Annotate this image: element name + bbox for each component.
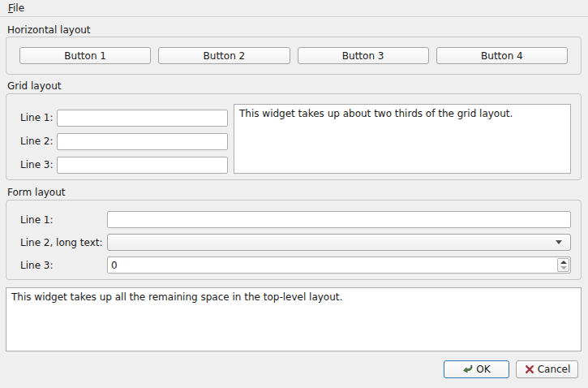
menu-file[interactable]: File — [2, 1, 31, 15]
menu-file-label: ile — [13, 2, 24, 14]
bottom-textedit[interactable]: This widget takes up all the remaining s… — [6, 287, 582, 351]
group-title-horizontal-layout: Horizontal layout — [7, 24, 91, 36]
spinbox-buttons[interactable] — [557, 258, 569, 272]
form-line1-input[interactable] — [107, 211, 571, 228]
form-line1-label: Line 1: — [20, 214, 54, 226]
form-line2-label: Line 2, long text: — [20, 237, 103, 248]
grid-line2-label: Line 2: — [20, 136, 54, 147]
button-2[interactable]: Button 2 — [158, 47, 290, 64]
chevron-down-icon — [556, 240, 562, 244]
dialog-window: File Horizontal layout Button 1 Button 2… — [0, 0, 588, 388]
grid-line2-input[interactable] — [57, 133, 228, 150]
menu-bar: File — [0, 0, 588, 17]
grid-line3-label: Line 3: — [20, 159, 54, 170]
arrow-down-icon[interactable] — [560, 266, 567, 269]
form-line3-label: Line 3: — [20, 260, 54, 271]
group-title-form-layout: Form layout — [7, 187, 65, 198]
cancel-button[interactable]: Cancel — [516, 360, 578, 378]
horizontal-layout-group: Button 1 Button 2 Button 3 Button 4 — [6, 37, 582, 75]
form-line3-spinbox[interactable]: 0 — [107, 257, 571, 274]
spinbox-value: 0 — [108, 260, 557, 271]
grid-line3-input[interactable] — [57, 157, 228, 174]
cancel-button-label: Cancel — [538, 364, 571, 375]
form-layout-group: Line 1: Line 2, long text: Line 3: 0 — [6, 200, 582, 280]
grid-line1-input[interactable] — [57, 110, 228, 127]
arrow-up-icon[interactable] — [560, 261, 567, 264]
grid-textedit[interactable]: This widget takes up about two thirds of… — [234, 104, 571, 174]
group-title-grid-layout: Grid layout — [7, 80, 61, 92]
grid-line1-label: Line 1: — [20, 112, 54, 123]
ok-button[interactable]: OK — [444, 360, 509, 378]
button-1[interactable]: Button 1 — [19, 47, 151, 64]
button-3[interactable]: Button 3 — [298, 47, 429, 64]
ok-button-label: OK — [476, 364, 490, 375]
ok-green-arrow-icon — [462, 364, 474, 375]
button-4[interactable]: Button 4 — [436, 47, 568, 64]
grid-layout-group: Line 1: Line 2: Line 3: This widget take… — [6, 93, 582, 180]
form-line2-combobox[interactable] — [107, 234, 571, 251]
cancel-red-x-icon — [524, 364, 535, 375]
